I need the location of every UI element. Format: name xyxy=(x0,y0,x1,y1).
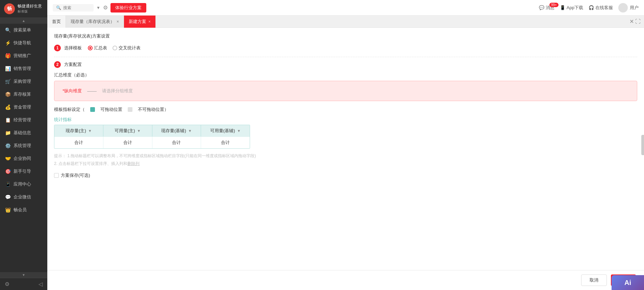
tab-inventory-status[interactable]: 现存量（库存状况表） × xyxy=(66,16,124,28)
stats-data-row-1: 合计 合计 合计 合计 xyxy=(54,137,250,148)
sidebar-item-operations[interactable]: 📋 经营管理 xyxy=(0,114,47,126)
message-icon: 💬 xyxy=(539,5,544,10)
stats-header-cell-1[interactable]: 现存量(主) ▼ xyxy=(54,125,103,137)
topbar-dropdown-icon[interactable]: ▼ xyxy=(96,5,100,10)
topbar-search-box[interactable]: 🔍 xyxy=(53,4,94,11)
sidebar-item-label: 新手引导 xyxy=(14,168,31,174)
stats-header-cell-3[interactable]: 现存量(基辅) ▼ xyxy=(152,125,201,137)
app-icon: 📱 xyxy=(560,5,565,10)
new-guide-icon: 🎯 xyxy=(5,168,11,174)
section-choose-template: 1 选择模板 汇总表 交叉统计表 xyxy=(54,45,637,51)
radio-cross-label: 交叉统计表 xyxy=(119,45,141,51)
settings-icon[interactable]: ⚙ xyxy=(5,281,9,287)
tab-expand-area: ✕ ⛶ xyxy=(626,18,644,25)
sidebar-item-inventory[interactable]: 📦 库存核算 xyxy=(0,88,47,101)
sidebar-item-sales[interactable]: 📊 销售管理 xyxy=(0,62,47,75)
sidebar-item-label: 经营管理 xyxy=(14,117,31,123)
gear-icon[interactable]: ⚙ xyxy=(103,4,108,11)
app-download-button[interactable]: 📱 App下载 xyxy=(560,5,583,11)
stats-header-row: 现存量(主) ▼ 可用量(主) ▼ 现存量(基辅) ▼ 可用量(基辅) xyxy=(54,125,250,137)
tab-new-plan-close-icon[interactable]: × xyxy=(148,19,151,24)
sound-icon[interactable]: ◁ xyxy=(39,281,43,287)
system-icon: ⚙️ xyxy=(5,143,11,149)
sales-icon: 📊 xyxy=(5,66,11,72)
page-title: 现存量(库存状况表)方案设置 xyxy=(54,33,637,39)
sidebar-item-corp[interactable]: 🤝 企业协同 xyxy=(0,152,47,165)
sidebar-item-app-center[interactable]: 📱 应用中心 xyxy=(0,178,47,191)
stats-header-cell-2[interactable]: 可用量(主) ▼ xyxy=(103,125,152,137)
tab-home[interactable]: 首页 xyxy=(47,16,66,28)
template-radio-group: 汇总表 交叉统计表 xyxy=(88,45,141,51)
radio-cross[interactable]: 交叉统计表 xyxy=(113,45,141,51)
sidebar-item-new-guide[interactable]: 🎯 新手引导 xyxy=(0,165,47,178)
sidebar-item-finance[interactable]: 💰 资金管理 xyxy=(0,101,47,114)
dim-placeholder: 请选择分组维度 xyxy=(102,88,133,94)
message-badge: 99+ xyxy=(549,3,559,7)
sidebar-scroll-up[interactable]: ▲ xyxy=(0,18,47,24)
tab-new-plan[interactable]: 新建方案 × xyxy=(124,16,156,28)
sidebar: 畅 畅捷通好生意 标准版 ▲ 🔍 搜索菜单 ⚡ 快捷导航 🎁 营销推广 📊 销售… xyxy=(0,0,47,290)
tab-inventory-close-icon[interactable]: × xyxy=(117,19,119,24)
dim-label: 汇总维度（必选） xyxy=(54,72,637,78)
trial-button[interactable]: 体验行业方案 xyxy=(110,3,146,13)
dimension-box[interactable]: *纵向维度 —— 请选择分组维度 xyxy=(54,81,637,101)
section-plan-config: 2 方案配置 汇总维度（必选） *纵向维度 —— 请选择分组维度 模板指标设定（… xyxy=(54,61,637,167)
sidebar-item-search[interactable]: 🔍 搜索菜单 xyxy=(0,24,47,37)
main-area: 🔍 ▼ ⚙ 体验行业方案 💬 消息 99+ 📱 App下载 🎧 在线客服 xyxy=(47,0,644,290)
sidebar-item-base-info[interactable]: 📁 基础信息 xyxy=(0,126,47,139)
stats-data-cell-1-2: 合计 xyxy=(103,137,152,148)
section2-header: 2 方案配置 xyxy=(54,61,637,68)
sidebar-item-label: 资金管理 xyxy=(14,104,31,110)
sidebar-item-system[interactable]: ⚙️ 系统管理 xyxy=(0,139,47,152)
ai-badge[interactable]: Ai xyxy=(612,275,644,290)
service-button[interactable]: 🎧 在线客服 xyxy=(589,5,613,11)
sidebar-nav: 🔍 搜索菜单 ⚡ 快捷导航 🎁 营销推广 📊 销售管理 🛒 采购管理 📦 库存核… xyxy=(0,24,47,272)
stats-col2-chevron[interactable]: ▼ xyxy=(137,129,141,133)
tab-home-label: 首页 xyxy=(52,19,61,25)
message-button[interactable]: 💬 消息 99+ xyxy=(539,5,554,11)
stats-col3-chevron[interactable]: ▼ xyxy=(188,129,192,133)
stats-col1-chevron[interactable]: ▼ xyxy=(88,129,92,133)
purchase-icon: 🛒 xyxy=(5,78,11,84)
content-inner: 现存量(库存状况表)方案设置 1 选择模板 汇总表 交叉统计表 xyxy=(47,28,644,270)
sidebar-item-quick-nav[interactable]: ⚡ 快捷导航 xyxy=(0,37,47,49)
radio-summary-label: 汇总表 xyxy=(94,45,107,51)
brand-name: 畅捷通好生意 xyxy=(18,4,42,9)
stats-section-label: 统计指标 xyxy=(54,117,637,123)
indicator-label: 模板指标设定（ xyxy=(54,106,85,113)
sidebar-item-wechat[interactable]: 💬 企业微信 xyxy=(0,191,47,203)
tip-2: 2. 点击标题栏下拉可设置排序、插入列和删除列 xyxy=(54,161,637,167)
stats-header-cell-4[interactable]: 可用量(基辅) ▼ xyxy=(201,125,250,137)
sidebar-item-marketing[interactable]: 🎁 营销推广 xyxy=(0,49,47,62)
sidebar-scroll-down[interactable]: ▼ xyxy=(0,272,47,278)
radio-summary[interactable]: 汇总表 xyxy=(88,45,107,51)
app-center-icon: 📱 xyxy=(5,181,11,187)
section-divider-1 xyxy=(54,57,637,57)
sidebar-item-member[interactable]: 👑 畅会员 xyxy=(0,203,47,216)
corp-icon: 🤝 xyxy=(5,155,11,162)
sidebar-item-label: 企业微信 xyxy=(14,194,31,200)
sidebar-item-purchase[interactable]: 🛒 采购管理 xyxy=(0,75,47,88)
app-download-label: App下载 xyxy=(567,5,583,11)
topbar-left: 🔍 ▼ ⚙ 体验行业方案 xyxy=(53,3,146,13)
sidebar-item-label: 企业协同 xyxy=(14,155,31,162)
unmovable-badge xyxy=(128,107,132,112)
delete-col-link[interactable]: 删除列 xyxy=(127,161,140,166)
save-option-label: 方案保存(可选) xyxy=(61,172,90,178)
headset-icon: 🎧 xyxy=(589,5,594,10)
cancel-button[interactable]: 取消 xyxy=(581,274,607,286)
sidebar-item-label: 快捷导航 xyxy=(14,40,31,46)
stats-data-cell-1-4: 合计 xyxy=(201,137,250,148)
expand-icon[interactable]: ⛶ xyxy=(635,19,641,25)
user-name: 用户 xyxy=(630,5,639,11)
save-checkbox[interactable] xyxy=(54,173,59,178)
footer-bar: 取消 查询 xyxy=(47,270,644,290)
wechat-icon: 💬 xyxy=(5,194,11,200)
tabbar: 首页 现存量（库存状况表） × 新建方案 × ✕ ⛶ xyxy=(47,16,644,28)
close-icon[interactable]: ✕ xyxy=(629,18,634,25)
stats-table: 现存量(主) ▼ 可用量(主) ▼ 现存量(基辅) ▼ 可用量(基辅) xyxy=(54,125,250,149)
user-area[interactable]: 用户 xyxy=(618,3,639,13)
stats-col4-chevron[interactable]: ▼ xyxy=(237,129,241,133)
search-input[interactable] xyxy=(63,5,90,10)
right-scroll-handle[interactable] xyxy=(641,135,644,155)
